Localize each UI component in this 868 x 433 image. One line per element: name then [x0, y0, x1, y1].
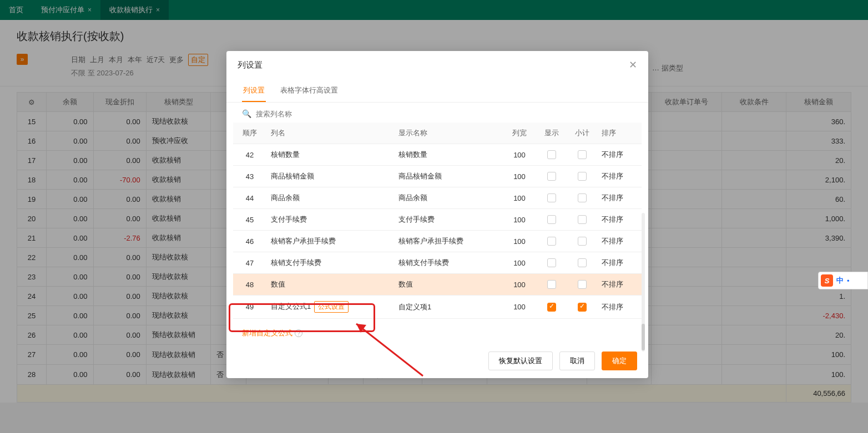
- col-name-cell: 核销支付手续费: [266, 252, 394, 274]
- col-disp-cell: 自定义项1: [394, 296, 503, 319]
- show-checkbox[interactable]: [547, 303, 556, 312]
- search-icon: 🔍: [242, 109, 251, 118]
- col-subtotal: 小计: [567, 123, 597, 144]
- tab-font-row-height[interactable]: 表格字体行高设置: [279, 82, 339, 102]
- modal-tabs: 列设置 表格字体行高设置: [226, 79, 648, 103]
- column-row[interactable]: 47核销支付手续费核销支付手续费100不排序: [233, 252, 642, 274]
- col-show: 显示: [536, 123, 567, 144]
- search-input[interactable]: [256, 110, 633, 118]
- ok-button[interactable]: 确定: [602, 352, 637, 370]
- column-row[interactable]: 48数值数值100不排序: [233, 274, 642, 296]
- sort-cell[interactable]: 不排序: [597, 274, 642, 296]
- ime-brand-icon: S: [821, 274, 833, 287]
- restore-defaults-button[interactable]: 恢复默认设置: [488, 352, 553, 370]
- modal-scrollbar[interactable]: [642, 213, 645, 352]
- subtotal-checkbox[interactable]: [578, 280, 587, 289]
- col-order: 顺序: [233, 123, 266, 144]
- sort-cell[interactable]: 不排序: [597, 252, 642, 274]
- show-checkbox[interactable]: [547, 237, 556, 246]
- modal-title: 列设置: [238, 60, 263, 70]
- col-name: 列名: [266, 123, 394, 144]
- ime-indicator[interactable]: S 中 •: [818, 272, 868, 289]
- col-disp-cell: 核销客户承担手续费: [394, 231, 503, 252]
- column-row[interactable]: 44商品余额商品余额100不排序: [233, 187, 642, 209]
- col-disp-cell: 支付手续费: [394, 209, 503, 231]
- subtotal-checkbox[interactable]: [578, 150, 587, 159]
- sort-cell[interactable]: 不排序: [597, 296, 642, 319]
- subtotal-checkbox[interactable]: [578, 215, 587, 224]
- sort-cell[interactable]: 不排序: [597, 144, 642, 166]
- column-row[interactable]: 45支付手续费支付手续费100不排序: [233, 209, 642, 231]
- show-checkbox[interactable]: [547, 258, 556, 267]
- sort-cell[interactable]: 不排序: [597, 187, 642, 209]
- col-width: 列宽: [503, 123, 536, 144]
- scrollbar-thumb[interactable]: [642, 324, 645, 350]
- column-row[interactable]: 43商品核销金额商品核销金额100不排序: [233, 166, 642, 187]
- subtotal-checkbox[interactable]: [578, 193, 587, 202]
- subtotal-checkbox[interactable]: [578, 258, 587, 267]
- col-name-cell: 支付手续费: [266, 209, 394, 231]
- col-disp-cell: 商品核销金额: [394, 166, 503, 187]
- column-row[interactable]: 42核销数量核销数量100不排序: [233, 144, 642, 166]
- column-row[interactable]: 46核销客户承担手续费核销客户承担手续费100不排序: [233, 231, 642, 252]
- annotation-arrow: [351, 320, 428, 383]
- col-name-cell: 核销客户承担手续费: [266, 231, 394, 252]
- sort-cell[interactable]: 不排序: [597, 209, 642, 231]
- columns-table: 顺序 列名 显示名称 列宽 显示 小计 排序 42核销数量核销数量100不排序4…: [233, 123, 642, 319]
- col-disp-cell: 数值: [394, 274, 503, 296]
- sort-cell[interactable]: 不排序: [597, 166, 642, 187]
- show-checkbox[interactable]: [547, 172, 556, 181]
- show-checkbox[interactable]: [547, 193, 556, 202]
- subtotal-checkbox[interactable]: [578, 237, 587, 246]
- svg-line-0: [356, 324, 423, 376]
- sort-cell[interactable]: 不排序: [597, 231, 642, 252]
- modal-close-button[interactable]: ✕: [629, 59, 637, 71]
- col-name-cell: 数值: [266, 274, 394, 296]
- col-display-name: 显示名称: [394, 123, 503, 144]
- col-name-cell: 商品核销金额: [266, 166, 394, 187]
- col-name-cell: 核销数量: [266, 144, 394, 166]
- subtotal-checkbox[interactable]: [578, 172, 587, 181]
- subtotal-checkbox[interactable]: [578, 303, 587, 312]
- col-sort: 排序: [597, 123, 642, 144]
- col-disp-cell: 核销支付手续费: [394, 252, 503, 274]
- show-checkbox[interactable]: [547, 280, 556, 289]
- column-search: 🔍: [226, 103, 648, 123]
- ime-lang: 中: [836, 276, 844, 286]
- modal-footer: 恢复默认设置 取消 确定: [226, 344, 648, 378]
- col-disp-cell: 核销数量: [394, 144, 503, 166]
- cancel-button[interactable]: 取消: [559, 352, 595, 370]
- show-checkbox[interactable]: [547, 150, 556, 159]
- tab-column-settings[interactable]: 列设置: [242, 82, 266, 102]
- show-checkbox[interactable]: [547, 215, 556, 224]
- col-name-cell: 商品余额: [266, 187, 394, 209]
- col-disp-cell: 商品余额: [394, 187, 503, 209]
